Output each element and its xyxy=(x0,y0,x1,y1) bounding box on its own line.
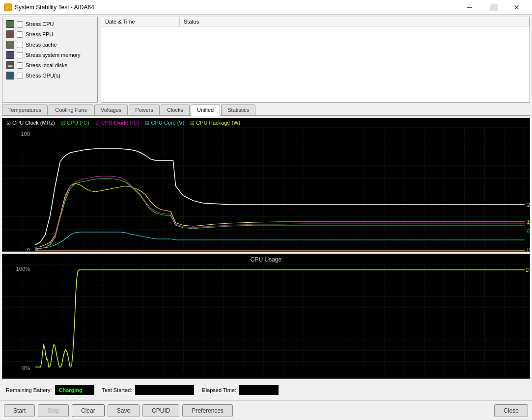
gpu-icon xyxy=(6,72,14,79)
stress-cache-label: Stress cache xyxy=(26,42,57,48)
tab-statistics[interactable]: Statistics xyxy=(221,105,255,115)
log-header: Date & Time Status xyxy=(101,17,530,26)
title-bar: ⚡ System Stability Test - AIDA64 ─ ⬜ ✕ xyxy=(0,0,532,15)
save-button[interactable]: Save xyxy=(108,404,140,417)
battery-label: Remaining Battery: xyxy=(6,387,52,393)
tab-unified[interactable]: Unified xyxy=(191,105,220,116)
minimize-button[interactable]: ─ xyxy=(458,0,481,15)
test-started-value xyxy=(135,385,194,395)
legend-cpu-package: ☑ CPU Package (W) xyxy=(190,120,240,126)
stop-button[interactable]: Stop xyxy=(38,404,69,417)
legend-cpu-temp: ☑ CPU (°C) xyxy=(61,120,89,126)
tab-powers[interactable]: Powers xyxy=(129,105,160,115)
bottom-bar: Start Stop Clear Save CPUID Preferences … xyxy=(0,400,532,420)
tab-clocks[interactable]: Clocks xyxy=(161,105,190,115)
stress-cache-checkbox[interactable] xyxy=(17,42,23,48)
battery-status: Remaining Battery: Charging xyxy=(6,385,94,395)
close-window-button[interactable]: ✕ xyxy=(505,0,528,15)
svg-text:100: 100 xyxy=(21,131,30,137)
battery-value: Charging xyxy=(55,385,94,395)
log-col-status: Status xyxy=(180,17,530,26)
elapsed-label: Elapsed Time: xyxy=(202,387,236,393)
mem-icon xyxy=(6,51,14,59)
stress-disk-checkbox[interactable] xyxy=(17,62,23,69)
top-section: Stress CPU Stress FPU Stress cache Stres… xyxy=(2,17,530,103)
stress-item-fpu: Stress FPU xyxy=(6,30,93,38)
svg-text:14.90: 14.90 xyxy=(527,219,530,225)
test-started-label: Test Started: xyxy=(102,387,133,393)
cpu-usage-chart: CPU Usage 100% 0% 100% xyxy=(2,254,530,379)
legend-cpu-core-label: CPU Core (V) xyxy=(151,120,184,126)
stress-fpu-checkbox[interactable] xyxy=(17,31,23,38)
svg-text:0%: 0% xyxy=(22,365,30,371)
legend-cpu-core: ☑ CPU Core (V) xyxy=(145,120,184,126)
main-chart: ☑ CPU Clock (MHz) ☑ CPU (°C) ☑ CPU Diode… xyxy=(2,118,530,252)
stress-item-disk: ▬ Stress local disks xyxy=(6,61,93,69)
log-panel: Date & Time Status xyxy=(101,17,530,103)
app-icon: ⚡ xyxy=(4,3,12,11)
clear-button[interactable]: Clear xyxy=(72,404,105,417)
elapsed-status: Elapsed Time: xyxy=(202,385,279,395)
tab-temperatures[interactable]: Temperatures xyxy=(2,105,48,115)
preferences-button[interactable]: Preferences xyxy=(182,404,233,417)
stress-cpu-checkbox[interactable] xyxy=(17,21,23,27)
tab-cooling-fans[interactable]: Cooling Fans xyxy=(49,105,93,115)
log-body xyxy=(101,26,530,102)
svg-text:0.950: 0.950 xyxy=(527,247,530,252)
tabs-section: Temperatures Cooling Fans Voltages Power… xyxy=(2,105,530,116)
cache-icon xyxy=(6,41,14,49)
stress-cpu-label: Stress CPU xyxy=(26,21,54,27)
stress-disk-label: Stress local disks xyxy=(26,62,67,68)
stress-fpu-label: Stress FPU xyxy=(26,31,53,37)
stress-gpu-checkbox[interactable] xyxy=(17,73,23,79)
test-started-status: Test Started: xyxy=(102,385,195,395)
svg-text:100%: 100% xyxy=(526,267,530,273)
disk-icon: ▬ xyxy=(6,61,14,69)
top-chart-svg: 100 0 68 67 xyxy=(2,127,530,252)
legend-cpu-clock-label: CPU Clock (MHz) xyxy=(12,120,55,126)
svg-rect-1 xyxy=(2,127,530,252)
stress-gpu-label: Stress GPU(s) xyxy=(26,73,60,79)
legend-cpu-diode-label: CPU Diode (°C) xyxy=(101,120,140,126)
main-content: Stress CPU Stress FPU Stress cache Stres… xyxy=(0,15,532,400)
cpuid-button[interactable]: CPUID xyxy=(142,404,179,417)
start-button[interactable]: Start xyxy=(4,404,35,417)
svg-rect-11 xyxy=(2,264,530,372)
stress-item-cpu: Stress CPU xyxy=(6,20,93,28)
svg-text:100%: 100% xyxy=(16,266,30,272)
elapsed-value xyxy=(239,385,279,395)
charts-section: ☑ CPU Clock (MHz) ☑ CPU (°C) ☑ CPU Diode… xyxy=(2,118,530,379)
legend-cpu-temp-label: CPU (°C) xyxy=(67,120,89,126)
svg-text:2198: 2198 xyxy=(527,202,530,208)
close-button[interactable]: Close xyxy=(494,404,528,417)
fpu-icon xyxy=(6,30,14,38)
chart-legend: ☑ CPU Clock (MHz) ☑ CPU (°C) ☑ CPU Diode… xyxy=(2,118,530,127)
stress-panel: Stress CPU Stress FPU Stress cache Stres… xyxy=(2,17,98,103)
cpu-icon xyxy=(6,20,14,28)
cpu-usage-title: CPU Usage xyxy=(2,254,530,264)
restore-button[interactable]: ⬜ xyxy=(482,0,504,15)
window-title: System Stability Test - AIDA64 xyxy=(15,4,458,11)
window-controls: ─ ⬜ ✕ xyxy=(458,0,528,15)
stress-item-memory: Stress system memory xyxy=(6,51,93,59)
svg-text:0: 0 xyxy=(27,247,30,252)
log-col-date: Date & Time xyxy=(101,17,180,26)
stress-memory-label: Stress system memory xyxy=(26,52,81,58)
stress-item-cache: Stress cache xyxy=(6,41,93,49)
status-bar: Remaining Battery: Charging Test Started… xyxy=(2,381,530,398)
legend-cpu-package-label: CPU Package (W) xyxy=(196,120,240,126)
stress-item-gpu: Stress GPU(s) xyxy=(6,72,93,79)
legend-cpu-clock: ☑ CPU Clock (MHz) xyxy=(6,120,55,126)
tabs-bar: Temperatures Cooling Fans Voltages Power… xyxy=(2,105,530,116)
legend-cpu-diode: ☑ CPU Diode (°C) xyxy=(95,120,140,126)
tab-voltages[interactable]: Voltages xyxy=(94,105,128,115)
cpu-usage-svg: 100% 0% 100% xyxy=(2,264,530,372)
stress-memory-checkbox[interactable] xyxy=(17,52,23,58)
svg-text:67: 67 xyxy=(527,229,530,234)
